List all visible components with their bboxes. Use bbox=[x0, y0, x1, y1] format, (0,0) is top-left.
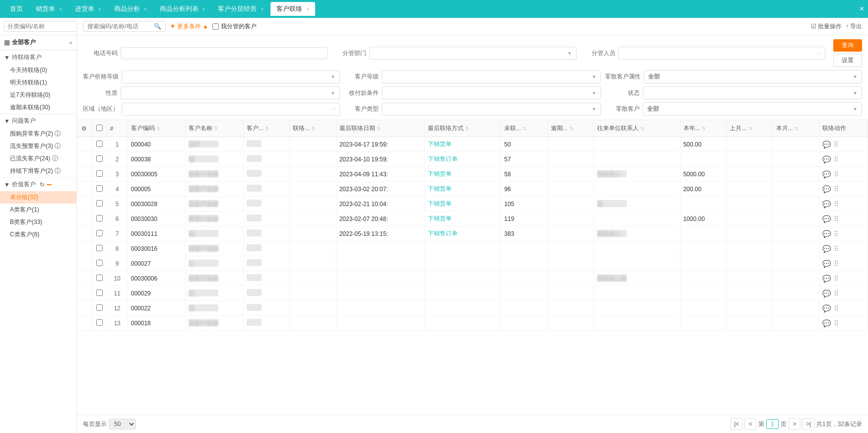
chat-icon-4[interactable]: 💬 bbox=[822, 200, 831, 208]
chat-icon-2[interactable]: 💬 bbox=[822, 170, 831, 178]
sidebar-item-overdue-pending[interactable]: 逾期未联络(30) bbox=[0, 101, 76, 114]
customer-type-select[interactable]: ▼ bbox=[382, 103, 601, 116]
th-this-month[interactable]: 本月... ⇅ bbox=[773, 120, 819, 137]
row-check-6[interactable] bbox=[96, 230, 103, 236]
close-tab-customer-tier[interactable]: × bbox=[261, 6, 264, 12]
close-tab-purchase-order[interactable]: × bbox=[98, 6, 101, 12]
chat-icon-1[interactable]: 💬 bbox=[822, 155, 831, 163]
tab-product-analysis[interactable]: 商品分析 × bbox=[108, 2, 153, 16]
row-check-4[interactable] bbox=[96, 200, 103, 207]
chat-icon-8[interactable]: 💬 bbox=[822, 260, 831, 268]
sidebar-group-value[interactable]: ▼ 价值客户 ↻ bbox=[0, 177, 76, 191]
more-icon-12[interactable]: ⠿ bbox=[834, 319, 839, 327]
td-check-12[interactable] bbox=[92, 316, 107, 331]
tab-customer-contact[interactable]: 客户联络 × bbox=[270, 2, 315, 16]
th-code[interactable]: 客户编码 ⇅ bbox=[128, 120, 185, 137]
row-check-7[interactable] bbox=[96, 245, 103, 251]
td-check-11[interactable] bbox=[92, 301, 107, 316]
th-overdue[interactable]: 逾期... ⇅ bbox=[547, 120, 594, 137]
th-name[interactable]: 客户名称 ⇅ bbox=[185, 120, 243, 137]
row-check-2[interactable] bbox=[96, 170, 103, 177]
close-tab-sales-order[interactable]: × bbox=[59, 6, 62, 12]
chat-icon-12[interactable]: 💬 bbox=[822, 319, 831, 327]
td-check-10[interactable] bbox=[92, 286, 107, 301]
tab-customer-tier[interactable]: 客户分层经营 × bbox=[212, 2, 269, 16]
my-customers-checkbox[interactable] bbox=[212, 23, 219, 30]
close-tab-customer-contact[interactable]: × bbox=[306, 6, 309, 12]
sidebar-item-7days-pending[interactable]: 近7天待联络(0) bbox=[0, 89, 76, 101]
prev-page-button[interactable]: < bbox=[744, 418, 756, 430]
sidebar-group-pending[interactable]: ▼ 待联络客户 bbox=[0, 50, 76, 64]
manager-select[interactable]: ··· bbox=[618, 47, 825, 60]
contact-way-link-4[interactable]: 下销货单 bbox=[428, 200, 452, 207]
contact-way-link-5[interactable]: 下销货单 bbox=[428, 215, 452, 222]
sidebar-item-churn-warning[interactable]: 流失预警客户(3) ⓘ bbox=[0, 140, 76, 152]
sidebar-all-customers[interactable]: ⊞ 全部客户 « bbox=[0, 35, 76, 50]
tab-product-analysis-list[interactable]: 商品分析列表 × bbox=[154, 2, 211, 16]
more-icon-1[interactable]: ⠿ bbox=[834, 155, 839, 163]
chat-icon-7[interactable]: 💬 bbox=[822, 245, 831, 253]
contact-way-link-6[interactable]: 下销售订单 bbox=[428, 230, 458, 237]
per-page-select[interactable]: 50 100 bbox=[109, 419, 136, 430]
row-check-1[interactable] bbox=[96, 155, 103, 162]
td-check-3[interactable] bbox=[92, 182, 107, 197]
row-check-0[interactable] bbox=[96, 141, 103, 147]
sidebar-item-class-a[interactable]: A类客户(1) bbox=[0, 204, 76, 216]
td-check-2[interactable] bbox=[92, 167, 107, 182]
reset-button[interactable]: 设置 bbox=[833, 54, 862, 67]
customer-tier-select[interactable]: ▼ bbox=[382, 71, 601, 83]
more-icon-0[interactable]: ⠿ bbox=[834, 141, 839, 148]
th-last-contact-date[interactable]: 最后联络日期 ⇅ bbox=[336, 120, 424, 137]
row-check-8[interactable] bbox=[96, 260, 103, 266]
more-icon-8[interactable]: ⠿ bbox=[834, 260, 839, 268]
sidebar-item-ungrouped[interactable]: 未分组(32) bbox=[0, 191, 76, 204]
th-contact[interactable]: 联络... ⇅ bbox=[290, 120, 336, 137]
last-page-button[interactable]: >| bbox=[802, 418, 814, 430]
my-customers-checkbox-area[interactable]: 我分管的客户 bbox=[212, 22, 257, 31]
sidebar-item-abnormal[interactable]: 囤购异常客户(2) ⓘ bbox=[0, 128, 76, 140]
row-check-9[interactable] bbox=[96, 275, 103, 281]
refresh-icon[interactable]: ↻ bbox=[40, 181, 45, 188]
contact-way-link-0[interactable]: 下销货单 bbox=[428, 141, 452, 147]
close-tab-product-analysis-list[interactable]: × bbox=[202, 6, 205, 12]
th-unit-contact[interactable]: 往来单位联系人 ⇅ bbox=[594, 120, 680, 137]
check-all[interactable] bbox=[96, 125, 103, 131]
dept-select[interactable]: ▼ bbox=[369, 47, 576, 60]
tab-purchase-order[interactable]: 进货单 × bbox=[69, 2, 107, 16]
contact-way-link-2[interactable]: 下销货单 bbox=[428, 170, 452, 177]
row-check-10[interactable] bbox=[96, 289, 103, 296]
phone-input[interactable] bbox=[121, 47, 328, 59]
td-check-1[interactable] bbox=[92, 152, 107, 167]
chat-icon-10[interactable]: 💬 bbox=[822, 289, 831, 297]
price-tier-select[interactable]: ▼ bbox=[122, 71, 340, 83]
more-icon-4[interactable]: ⠿ bbox=[834, 200, 839, 208]
chat-icon-5[interactable]: 💬 bbox=[822, 215, 831, 223]
th-last-contact-way[interactable]: 最后联络方式 ⇅ bbox=[424, 120, 501, 137]
chat-icon-0[interactable]: 💬 bbox=[822, 141, 831, 148]
th-settings[interactable]: ⚙ bbox=[77, 120, 92, 137]
th-check[interactable] bbox=[92, 120, 107, 137]
search-button[interactable]: 查询 bbox=[833, 39, 862, 52]
tab-home[interactable]: 首页 bbox=[4, 2, 29, 16]
td-check-6[interactable] bbox=[92, 226, 107, 241]
next-page-button[interactable]: > bbox=[789, 418, 801, 430]
th-this-year[interactable]: 本年... ⇅ bbox=[680, 120, 727, 137]
more-icon-6[interactable]: ⠿ bbox=[834, 230, 839, 238]
more-icon-2[interactable]: ⠿ bbox=[834, 170, 839, 178]
chat-icon-11[interactable]: 💬 bbox=[822, 304, 831, 312]
td-check-8[interactable] bbox=[92, 256, 107, 271]
more-conditions-button[interactable]: ▼ 更多条件 ▲ bbox=[170, 22, 208, 31]
first-page-button[interactable]: |< bbox=[731, 418, 742, 430]
td-check-7[interactable] bbox=[92, 241, 107, 256]
th-type[interactable]: 客户... ⇅ bbox=[243, 120, 290, 137]
row-check-5[interactable] bbox=[96, 215, 103, 221]
sidebar-item-class-b[interactable]: B类客户(33) bbox=[0, 216, 76, 228]
more-icon-11[interactable]: ⠿ bbox=[834, 304, 839, 312]
sidebar-item-declining[interactable]: 持续下滑客户(2) ⓘ bbox=[0, 165, 76, 177]
export-button[interactable]: ↑ 导出 bbox=[846, 22, 862, 31]
nature-select[interactable]: ▼ bbox=[121, 86, 340, 99]
batch-ops-button[interactable]: ☑ 批量操作 bbox=[811, 22, 842, 31]
chat-icon-9[interactable]: 💬 bbox=[822, 275, 831, 283]
more-icon-10[interactable]: ⠿ bbox=[834, 289, 839, 297]
search-input[interactable] bbox=[87, 23, 152, 30]
